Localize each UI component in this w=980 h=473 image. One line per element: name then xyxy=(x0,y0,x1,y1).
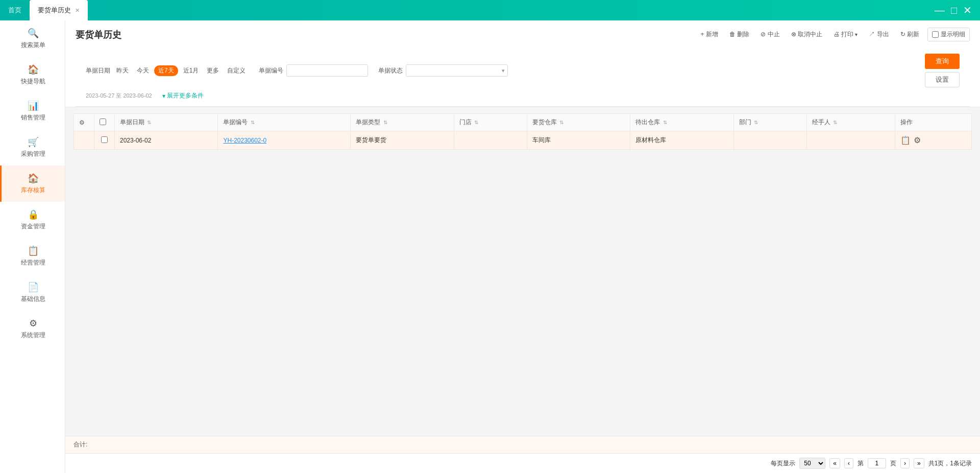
td-handler xyxy=(807,131,895,150)
sidebar-item-basic[interactable]: 📄 基础信息 xyxy=(0,274,65,311)
refresh-button[interactable]: ↻ 刷新 xyxy=(897,28,922,41)
page-label: 第 xyxy=(857,459,864,468)
operations-icon: 📋 xyxy=(28,245,39,256)
sidebar-item-inventory-label: 库存核算 xyxy=(21,186,45,195)
td-dept xyxy=(733,131,806,150)
search-icon: 🔍 xyxy=(28,28,39,39)
stop-label: ⊘ 中止 xyxy=(761,30,779,39)
display-detail-button[interactable]: 显示明细 xyxy=(927,28,970,41)
edit-action-btn[interactable]: 📋 xyxy=(900,135,911,145)
sidebar-item-system[interactable]: ⚙ 系统管理 xyxy=(0,311,65,347)
expand-more-btn[interactable]: ▾ 展开更多条件 xyxy=(162,91,204,100)
first-page-btn[interactable]: « xyxy=(829,458,840,468)
print-label: 🖨 打印 xyxy=(834,30,853,39)
filter-date: 单据日期 昨天 今天 近7天 近1月 更多 自定义 xyxy=(86,65,249,76)
last7days-btn[interactable]: 近7天 xyxy=(154,65,178,76)
prev-page-btn[interactable]: ‹ xyxy=(844,458,853,468)
display-detail-checkbox[interactable] xyxy=(932,31,939,38)
sidebar-item-sales[interactable]: 📊 销售管理 xyxy=(0,93,65,129)
date-range-text: 2023-05-27 至 2023-06-02 xyxy=(86,92,152,100)
table-header-row: ⚙ 单据日期 ⇅ 单据编号 ⇅ 单据类型 xyxy=(74,114,972,131)
th-checkbox xyxy=(94,114,115,131)
sidebar-item-sales-label: 销售管理 xyxy=(21,113,45,122)
select-all-checkbox[interactable] xyxy=(100,119,106,125)
minimize-icon[interactable]: — xyxy=(935,5,945,16)
sidebar-item-finance[interactable]: 🔒 资金管理 xyxy=(0,202,65,238)
sidebar-item-purchase[interactable]: 🛒 采购管理 xyxy=(0,129,65,165)
td-bill-no: YH-20230602-0 xyxy=(218,131,351,150)
sort-billno-icon: ⇅ xyxy=(251,120,255,125)
topbar-tabs: 首页 要货单历史 ✕ xyxy=(0,0,88,20)
th-pending-warehouse[interactable]: 待出仓库 ⇅ xyxy=(630,114,733,131)
th-bill-type[interactable]: 单据类型 ⇅ xyxy=(351,114,454,131)
print-button[interactable]: 🖨 打印 ▾ xyxy=(830,28,861,41)
sidebar-item-quicknav[interactable]: 🏠 快捷导航 xyxy=(0,57,65,93)
maximize-icon[interactable]: □ xyxy=(951,5,957,16)
toolbar: + 新增 🗑 删除 ⊘ 中止 ⊗ 取消中止 🖨 打印 ▾ xyxy=(698,28,970,41)
sidebar: 🔍 搜索菜单 🏠 快捷导航 📊 销售管理 🛒 采购管理 🏠 库存核算 🔒 资金管… xyxy=(0,20,65,473)
query-button[interactable]: 查询 xyxy=(925,54,960,69)
expand-more-label: 展开更多条件 xyxy=(167,91,204,100)
bill-no-filter-label: 单据编号 xyxy=(259,66,283,75)
lock-icon: 🔒 xyxy=(28,209,39,220)
setting-button[interactable]: 设置 xyxy=(925,72,960,87)
close-tab-icon[interactable]: ✕ xyxy=(75,7,80,14)
sort-pendingwarehouse-icon: ⇅ xyxy=(663,120,667,125)
topbar-right: — □ ✕ xyxy=(935,4,980,16)
tab-home[interactable]: 首页 xyxy=(0,0,30,20)
bill-no-input[interactable] xyxy=(286,64,368,77)
cancel-stop-label: ⊗ 取消中止 xyxy=(791,30,822,39)
refresh-label: ↻ 刷新 xyxy=(900,30,919,39)
main-layout: 🔍 搜索菜单 🏠 快捷导航 📊 销售管理 🛒 采购管理 🏠 库存核算 🔒 资金管… xyxy=(0,20,980,473)
chevron-down-icon: ▾ xyxy=(162,92,165,100)
next-page-btn[interactable]: › xyxy=(900,458,910,468)
sidebar-item-search[interactable]: 🔍 搜索菜单 xyxy=(0,20,65,57)
row-checkbox[interactable] xyxy=(101,136,108,143)
more-date-btn[interactable]: 更多 xyxy=(204,65,222,76)
sidebar-item-finance-label: 资金管理 xyxy=(21,222,45,231)
sidebar-item-basic-label: 基础信息 xyxy=(21,295,45,303)
th-req-warehouse[interactable]: 要货仓库 ⇅ xyxy=(527,114,630,131)
sidebar-item-operations-label: 经营管理 xyxy=(21,258,45,267)
sidebar-item-inventory[interactable]: 🏠 库存核算 xyxy=(0,165,65,202)
table-area: ⚙ 单据日期 ⇅ 单据编号 ⇅ 单据类型 xyxy=(65,107,980,436)
th-bill-no[interactable]: 单据编号 ⇅ xyxy=(218,114,351,131)
tab-requisition-history[interactable]: 要货单历史 ✕ xyxy=(30,0,88,20)
custom-date-btn[interactable]: 自定义 xyxy=(224,65,249,76)
td-date: 2023-06-02 xyxy=(115,131,218,150)
new-label: + 新增 xyxy=(701,30,718,39)
sidebar-item-search-label: 搜索菜单 xyxy=(21,41,45,50)
total-label: 合计: xyxy=(74,441,87,448)
status-select[interactable] xyxy=(406,64,508,77)
th-handler[interactable]: 经手人 ⇅ xyxy=(807,114,895,131)
table-row: 2023-06-02 YH-20230602-0 要货单要货 车间库 原材料仓库 xyxy=(74,131,972,150)
bill-no-link[interactable]: YH-20230602-0 xyxy=(223,137,266,144)
sort-dept-icon: ⇅ xyxy=(754,120,758,125)
export-button[interactable]: ↗ 导出 xyxy=(866,28,892,41)
th-dept[interactable]: 部门 ⇅ xyxy=(733,114,806,131)
page-title-row: 要货单历史 + 新增 🗑 删除 ⊘ 中止 ⊗ 取消中止 🖨 xyxy=(76,28,970,41)
cancel-stop-button[interactable]: ⊗ 取消中止 xyxy=(788,28,825,41)
today-btn[interactable]: 今天 xyxy=(134,65,152,76)
data-table: ⚙ 单据日期 ⇅ 单据编号 ⇅ 单据类型 xyxy=(74,113,972,150)
th-store[interactable]: 门店 ⇅ xyxy=(454,114,527,131)
last-page-btn[interactable]: » xyxy=(914,458,924,468)
tab-requisition-history-label: 要货单历史 xyxy=(38,6,71,15)
delete-button[interactable]: 🗑 删除 xyxy=(726,28,752,41)
yesterday-btn[interactable]: 昨天 xyxy=(113,65,132,76)
display-detail-label: 显示明细 xyxy=(941,30,965,39)
sidebar-item-purchase-label: 采购管理 xyxy=(21,150,45,158)
sidebar-item-operations[interactable]: 📋 经营管理 xyxy=(0,238,65,274)
th-settings[interactable]: ⚙ xyxy=(74,114,94,131)
new-button[interactable]: + 新增 xyxy=(698,28,721,41)
more-action-btn[interactable]: ⚙ xyxy=(914,135,921,145)
page-num-input[interactable] xyxy=(868,458,886,468)
last1month-btn[interactable]: 近1月 xyxy=(180,65,202,76)
close-window-icon[interactable]: ✕ xyxy=(963,4,972,16)
filter-status: 单据状态 xyxy=(378,64,508,77)
inventory-icon: 🏠 xyxy=(28,173,39,184)
stop-button[interactable]: ⊘ 中止 xyxy=(757,28,782,41)
sort-store-icon: ⇅ xyxy=(474,120,478,125)
per-page-select[interactable]: 50 100 200 xyxy=(799,458,825,469)
th-date[interactable]: 单据日期 ⇅ xyxy=(115,114,218,131)
